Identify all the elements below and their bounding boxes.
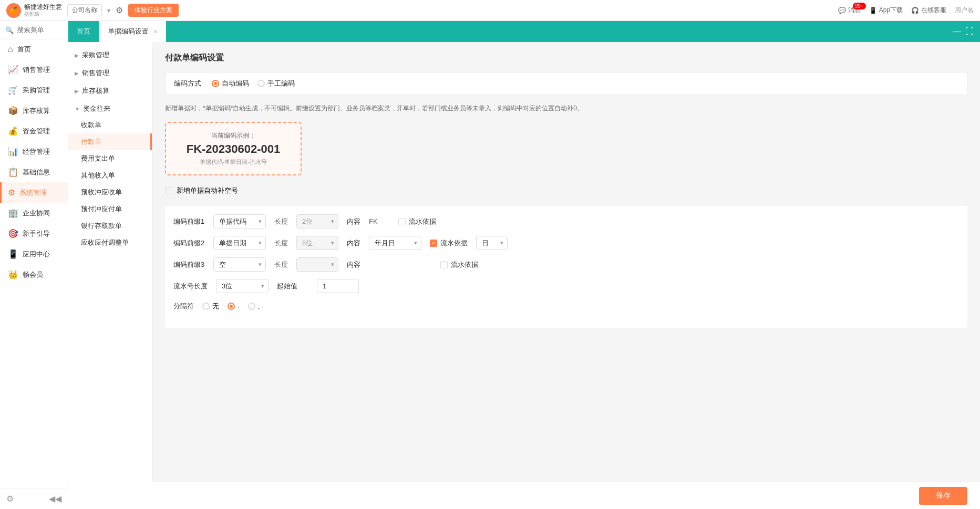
serial-row: 流水号长度 3位4位5位6位 起始值	[173, 279, 959, 293]
sidebar-item-basic[interactable]: 📋 基础信息	[0, 162, 68, 182]
prefix2-label: 编码前缀2	[173, 238, 205, 248]
sec-item-expense[interactable]: 费用支出单	[68, 150, 152, 167]
manual-encoding-dot	[257, 80, 265, 87]
serial-length-select[interactable]: 3位4位5位6位	[216, 279, 269, 293]
message-button[interactable]: 💬 消息 99+	[838, 6, 861, 15]
sidebar-item-newbie[interactable]: 🎯 新手引导	[0, 223, 68, 244]
sep-none-radio[interactable]: 无	[202, 302, 219, 311]
prefix2-day-select[interactable]: 日月年	[476, 236, 508, 250]
newbie-icon: 🎯	[8, 228, 18, 238]
prefix1-content-value: FK	[369, 217, 390, 225]
autofill-label: 新增单据自动补空号	[177, 186, 238, 195]
prefix1-serial-flow-label[interactable]: 流水依据	[398, 217, 436, 226]
brand: 🍊 畅捷通好生意 搭配版	[6, 3, 62, 18]
sec-group-capital-header[interactable]: ▼ 资金往来	[68, 101, 152, 117]
serial-length-wrapper: 3位4位5位6位	[216, 279, 269, 293]
prefix1-flow-checkbox[interactable]	[398, 218, 406, 225]
sidebar-item-home[interactable]: ⌂ 首页	[0, 39, 68, 59]
sidebar-item-enterprise[interactable]: 🏢 企业协同	[0, 203, 68, 223]
prefix2-serial-flow-label[interactable]: 流水依据	[430, 238, 468, 248]
main-content: 付款单编码设置 编码方式 自动编码 手工编码	[152, 42, 980, 482]
code-structure: 单据代码-单据日期-流水号	[200, 158, 267, 166]
sec-item-adjust[interactable]: 应收应付调整单	[68, 234, 152, 251]
page-title: 付款单编码设置	[165, 53, 967, 64]
online-service-button[interactable]: 🎧 在线客服	[911, 6, 946, 15]
user-info[interactable]: 用户名	[955, 6, 974, 15]
topbar-right: 💬 消息 99+ 📱 App下载 🎧 在线客服 用户名	[838, 6, 974, 15]
sidebar-search[interactable]: 🔍 搜索菜单	[0, 21, 68, 39]
start-value-label: 起始值	[277, 282, 308, 291]
app-download-button[interactable]: 📱 App下载	[869, 6, 903, 15]
sec-item-payment[interactable]: 付款单	[68, 133, 152, 150]
sec-item-bank[interactable]: 银行存取款单	[68, 217, 152, 234]
tab-maximize-icon[interactable]: ⛶	[965, 27, 974, 36]
sidebar-item-operations[interactable]: 📊 经营管理	[0, 141, 68, 162]
autofill-checkbox[interactable]	[165, 187, 172, 194]
topbar: 🍊 畅捷通好生意 搭配版 公司名称 ▾ ⚙ 体验行业方案 💬 消息 99+ 📱 …	[0, 0, 980, 21]
prefix3-select[interactable]: 空单据代码部门业务员	[213, 257, 266, 272]
prefix2-select-wrapper: 单据日期部门业务员空	[213, 236, 266, 250]
sidebar-item-purchase[interactable]: 🛒 采购管理	[0, 80, 68, 100]
sec-item-receipt[interactable]: 收款单	[68, 117, 152, 133]
enterprise-icon: 🏢	[8, 208, 18, 218]
prefix2-content-select[interactable]: 年月日年月年	[369, 236, 421, 250]
tab-minimize-icon[interactable]: —	[953, 27, 961, 36]
company-selector[interactable]: 公司名称	[67, 4, 102, 16]
save-button[interactable]: 保存	[919, 487, 967, 505]
prefix2-select[interactable]: 单据日期部门业务员空	[213, 236, 266, 250]
sidebar-item-finance[interactable]: 💰 资金管理	[0, 121, 68, 141]
nav-arrows[interactable]: ▾	[107, 7, 110, 14]
prefix2-length-select[interactable]: 8位6位4位	[296, 236, 338, 250]
sec-group-sales-header[interactable]: ▶ 销售管理	[68, 65, 152, 81]
sidebar-item-inventory[interactable]: 📦 库存核算	[0, 100, 68, 121]
prefix2-flow-checkbox[interactable]	[430, 240, 437, 247]
sec-group-purchase: ▶ 采购管理	[68, 47, 152, 63]
prefix2-length-wrapper: 8位6位4位	[296, 236, 338, 250]
auto-encoding-dot	[212, 80, 219, 87]
prefix3-label: 编码前缀3	[173, 260, 205, 269]
prefix1-length-wrapper: 2位4位6位	[296, 214, 338, 228]
sep-dash-radio[interactable]: .	[248, 303, 260, 310]
prefix3-length-select[interactable]	[296, 257, 338, 272]
sec-group-inventory: ▶ 库存核算	[68, 83, 152, 99]
prefix2-row: 编码前缀2 单据日期部门业务员空 长度 8位6位4位 内容 年月日年月年	[173, 236, 959, 250]
sec-group-purchase-header[interactable]: ▶ 采购管理	[68, 47, 152, 63]
sep-dot-radio[interactable]: ·	[228, 303, 240, 310]
encoding-radio-group: 自动编码 手工编码	[212, 79, 295, 88]
settings-bottom-icon[interactable]: ⚙	[6, 494, 14, 504]
system-icon: ⚙	[8, 188, 15, 198]
chevron-right-icon: ▶	[75, 53, 79, 58]
prefix3-length-wrapper	[296, 257, 338, 272]
prefix1-content-label: 内容	[347, 217, 360, 226]
tab-close-icon[interactable]: ×	[154, 29, 157, 35]
prefix1-select[interactable]: 单据代码部门业务员空	[213, 214, 266, 228]
prefix2-length-label: 长度	[274, 238, 288, 248]
sidebar-item-sales[interactable]: 📈 销售管理	[0, 59, 68, 80]
tab-encoding-settings[interactable]: 单据编码设置 ×	[99, 21, 166, 42]
sidebar-item-member[interactable]: 👑 畅会员	[0, 264, 68, 285]
tab-home[interactable]: 首页	[68, 21, 99, 42]
sidebar-item-system[interactable]: ⚙ 系统管理	[0, 182, 68, 203]
manual-encoding-radio[interactable]: 手工编码	[257, 79, 295, 88]
separator-label: 分隔符	[173, 302, 194, 311]
experience-button[interactable]: 体验行业方案	[128, 4, 179, 17]
prefix1-select-wrapper: 单据代码部门业务员空	[213, 214, 266, 228]
sidebar-bottom: ⚙ ◀◀	[0, 488, 68, 509]
collapse-icon[interactable]: ◀◀	[49, 494, 61, 504]
prefix1-length-select[interactable]: 2位4位6位	[296, 214, 338, 228]
sec-item-pre-receipt[interactable]: 预收冲应收单	[68, 184, 152, 201]
sec-group-inventory-header[interactable]: ▶ 库存核算	[68, 83, 152, 99]
home-icon: ⌂	[8, 45, 13, 54]
auto-encoding-radio[interactable]: 自动编码	[212, 79, 249, 88]
message-badge: 99+	[853, 3, 866, 9]
start-value-input[interactable]	[317, 279, 359, 293]
sidebar-item-appcenter[interactable]: 📱 应用中心	[0, 244, 68, 264]
prefix3-content-label: 内容	[347, 260, 360, 269]
sec-item-pre-payment[interactable]: 预付冲应付单	[68, 201, 152, 217]
code-preview-box: 当前编码示例： FK-20230602-001 单据代码-单据日期-流水号	[165, 122, 302, 175]
sec-item-other-income[interactable]: 其他收入单	[68, 167, 152, 184]
prefix3-serial-flow-label[interactable]: 流水依据	[440, 260, 478, 269]
prefix3-flow-checkbox[interactable]	[440, 261, 448, 268]
bottombar: 保存	[68, 482, 980, 509]
settings-icon[interactable]: ⚙	[116, 5, 123, 15]
